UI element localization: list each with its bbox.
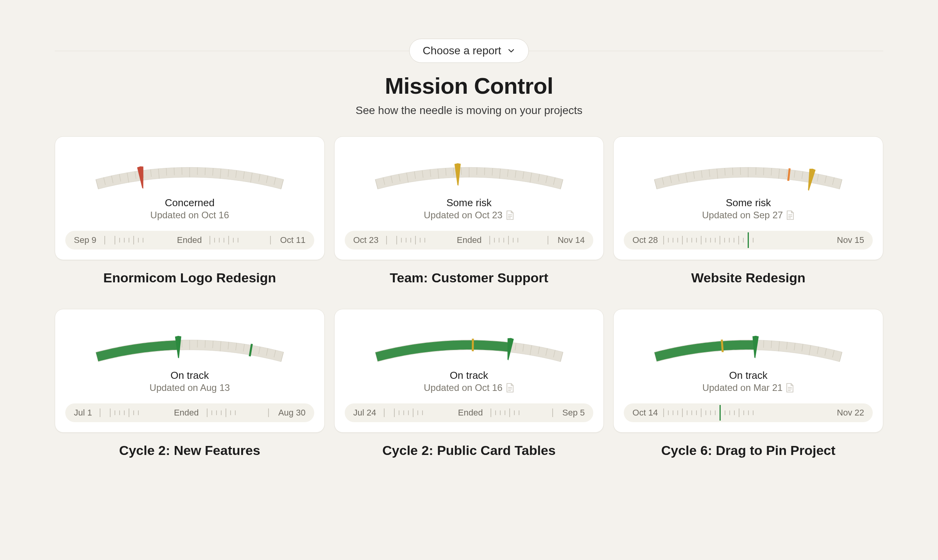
timeline-center-label: Ended xyxy=(174,408,199,418)
timeline-tick xyxy=(238,238,238,243)
updated-line: Updated on Sep 27 xyxy=(702,210,795,221)
timeline-tick xyxy=(394,408,395,417)
project-card[interactable]: Some risk Updated on Sep 27 Oct 28Nov 15 xyxy=(613,136,883,260)
project-card[interactable]: On track Updated on Aug 13 Jul 1EndedAug… xyxy=(55,309,325,433)
note-icon xyxy=(786,383,794,393)
timeline-tick xyxy=(715,238,716,243)
project-title[interactable]: Cycle 2: Public Card Tables xyxy=(382,443,555,458)
timeline-tick xyxy=(129,238,129,243)
timeline-tick xyxy=(143,238,143,243)
timeline-tick xyxy=(552,408,553,417)
project-cell: Some risk Updated on Sep 27 Oct 28Nov 15… xyxy=(613,136,883,285)
progress-gauge xyxy=(345,149,594,192)
title-block: Mission Control See how the needle is mo… xyxy=(55,73,883,117)
timeline-tick xyxy=(503,238,504,243)
status-block: On track Updated on Mar 21 xyxy=(624,369,873,393)
project-card[interactable]: Concerned Updated on Oct 16 Sep 9EndedOc… xyxy=(55,136,325,260)
updated-label: Updated on Oct 16 xyxy=(150,210,229,221)
timeline-tick xyxy=(729,238,730,243)
updated-label: Updated on Aug 13 xyxy=(150,382,230,393)
progress-gauge xyxy=(65,322,314,365)
chevron-down-icon xyxy=(507,47,515,55)
svg-line-14 xyxy=(205,168,206,175)
timeline-tick xyxy=(494,238,495,243)
timeline-tick xyxy=(673,410,673,415)
timeline-tick xyxy=(268,408,269,417)
timeline-tick xyxy=(705,410,706,415)
svg-line-99 xyxy=(205,340,206,348)
timeline-tick xyxy=(701,408,702,417)
updated-line: Updated on Aug 13 xyxy=(150,382,230,393)
timeline-tick xyxy=(235,410,236,415)
progress-gauge xyxy=(624,322,873,365)
timeline-start-date: Oct 28 xyxy=(632,235,658,245)
timeline-tick xyxy=(668,238,669,243)
project-title[interactable]: Cycle 2: New Features xyxy=(119,443,260,458)
updated-label: Updated on Sep 27 xyxy=(702,210,783,221)
timeline-tick xyxy=(386,236,387,244)
status-block: Some risk Updated on Sep 27 xyxy=(624,197,873,221)
updated-line: Updated on Oct 23 xyxy=(424,210,514,221)
timeline-end-date: Oct 11 xyxy=(280,235,306,245)
timeline-tick xyxy=(505,410,505,415)
updated-line: Updated on Mar 21 xyxy=(702,382,794,393)
svg-line-65 xyxy=(733,168,733,175)
status-block: On track Updated on Aug 13 xyxy=(65,369,314,393)
project-card[interactable]: Some risk Updated on Oct 23 Oct 23EndedN… xyxy=(334,136,604,260)
project-title[interactable]: Website Redesign xyxy=(691,270,806,285)
timeline-tick xyxy=(104,236,105,244)
updated-label: Updated on Mar 21 xyxy=(702,382,782,393)
timeline-tick xyxy=(701,236,702,244)
project-cell: Concerned Updated on Oct 16 Sep 9EndedOc… xyxy=(55,136,325,285)
timeline-tick xyxy=(725,410,725,415)
timeline-tick xyxy=(219,238,220,243)
timeline-tick xyxy=(110,408,111,417)
timeline-tick xyxy=(209,236,210,244)
svg-line-69 xyxy=(764,168,764,175)
note-icon xyxy=(786,210,795,220)
timeline-tick xyxy=(687,238,687,243)
status-label: Some risk xyxy=(345,197,594,209)
progress-gauge xyxy=(345,322,594,365)
choose-report-dropdown[interactable]: Choose a report xyxy=(409,39,529,63)
note-icon xyxy=(506,210,514,220)
timeline-center-label: Ended xyxy=(458,408,483,418)
timeline-tick xyxy=(211,410,212,415)
timeline-tick xyxy=(753,410,754,415)
timeline-tick xyxy=(413,408,414,417)
timeline-tick xyxy=(224,238,224,243)
timeline-center-label: Ended xyxy=(177,235,202,245)
timeline-tick xyxy=(508,236,509,244)
note-icon xyxy=(506,383,514,393)
page-title: Mission Control xyxy=(55,73,883,99)
timeline-tick xyxy=(384,408,385,417)
timeline-tick xyxy=(124,238,125,243)
timeline-bar: Jul 24EndedSep 5 xyxy=(345,403,594,422)
project-title[interactable]: Enormicom Logo Redesign xyxy=(103,270,276,285)
updated-label: Updated on Oct 23 xyxy=(424,210,502,221)
timeline-end-date: Nov 14 xyxy=(558,235,585,245)
timeline-tick xyxy=(710,238,711,243)
project-cell: On track Updated on Aug 13 Jul 1EndedAug… xyxy=(55,309,325,458)
timeline-tick xyxy=(743,238,744,243)
project-card[interactable]: On track Updated on Oct 16 Jul 24EndedSe… xyxy=(334,309,604,433)
timeline-tick xyxy=(424,238,425,243)
timeline-tick xyxy=(119,238,120,243)
timeline-tick xyxy=(687,410,687,415)
timeline-center-label: Ended xyxy=(457,235,482,245)
timeline-tick xyxy=(490,408,491,417)
project-title[interactable]: Team: Customer Support xyxy=(390,270,548,285)
timeline-tick xyxy=(734,410,735,415)
project-card[interactable]: On track Updated on Mar 21 Oct 14Nov 22 xyxy=(613,309,883,433)
project-cell: On track Updated on Mar 21 Oct 14Nov 22 … xyxy=(613,309,883,458)
timeline-today-marker xyxy=(720,405,721,421)
svg-line-40 xyxy=(484,168,485,175)
timeline-tick xyxy=(228,236,229,244)
timeline-tick xyxy=(119,410,120,415)
timeline-tick xyxy=(230,410,231,415)
timeline-tick xyxy=(729,410,730,415)
timeline-start-date: Sep 9 xyxy=(74,235,97,245)
timeline-tick xyxy=(743,410,744,415)
project-title[interactable]: Cycle 6: Drag to Pin Project xyxy=(661,443,836,458)
timeline-start-date: Oct 23 xyxy=(353,235,379,245)
